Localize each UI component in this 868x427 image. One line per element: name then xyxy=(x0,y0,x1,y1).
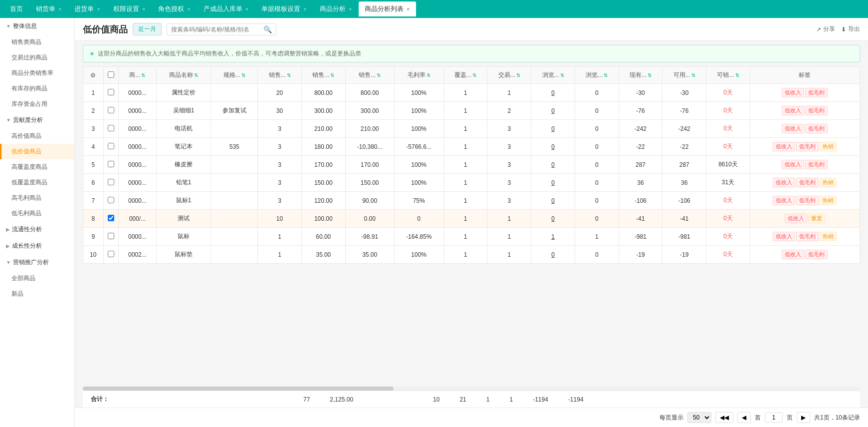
sidebar-section-flow[interactable]: ▶ 流通性分析 xyxy=(0,221,74,238)
row-checkbox[interactable] xyxy=(108,107,114,113)
cell-sales2: 120.00 xyxy=(301,192,345,210)
sidebar-item-low-value[interactable]: 低价值商品 xyxy=(0,144,74,159)
cell-code: 0000... xyxy=(118,228,156,246)
browse-link[interactable]: 0 xyxy=(551,179,555,186)
prev-page-button[interactable]: ◀ xyxy=(737,412,751,423)
cell-checkbox[interactable] xyxy=(103,228,118,246)
browse-link[interactable]: 1 xyxy=(551,233,555,240)
row-checkbox[interactable] xyxy=(108,197,114,203)
nav-close-goods-analysis[interactable]: × xyxy=(349,6,352,12)
row-checkbox[interactable] xyxy=(108,89,114,95)
sidebar-item-all-goods[interactable]: 全部商品 xyxy=(0,271,74,286)
table-container[interactable]: ⚙ 商...⇅ 商品名称⇅ 规格...⇅ 销售...⇅ 销售...⇅ 销售...… xyxy=(83,66,860,387)
cell-tags: 低收入重置 xyxy=(750,210,860,228)
cell-checkbox[interactable] xyxy=(103,84,118,102)
nav-purchase-order[interactable]: 进货单 × xyxy=(68,1,106,16)
export-button[interactable]: ⬇ 导出 xyxy=(841,25,860,33)
sidebar-item-stock-capital[interactable]: 库存资金占用 xyxy=(0,96,74,112)
cell-idx: 4 xyxy=(83,138,104,156)
sidebar-item-stock-goods[interactable]: 有库存的商品 xyxy=(0,81,74,96)
sidebar-item-sales-goods[interactable]: 销售类商品 xyxy=(0,34,74,50)
page-number-input[interactable] xyxy=(765,413,783,423)
nav-close-template[interactable]: × xyxy=(303,6,306,12)
nav-home[interactable]: 首页 xyxy=(4,1,29,16)
col-checkbox[interactable] xyxy=(103,67,118,84)
cell-checkbox[interactable] xyxy=(103,246,118,264)
browse-link[interactable]: 0 xyxy=(551,251,555,258)
row-checkbox[interactable] xyxy=(108,233,114,239)
nav-close-product-stock[interactable]: × xyxy=(245,6,248,12)
sidebar-item-traded-goods[interactable]: 交易过的商品 xyxy=(0,50,74,65)
sidebar-item-category-rate[interactable]: 商品分类销售率 xyxy=(0,65,74,81)
next-page-button[interactable]: ▶ xyxy=(797,412,810,423)
nav-close-sales-order[interactable]: × xyxy=(58,6,61,12)
cell-saleable-days: 31天 xyxy=(706,174,750,192)
cell-checkbox[interactable] xyxy=(103,102,118,120)
row-checkbox[interactable] xyxy=(108,161,114,167)
cell-browse2: 1 xyxy=(575,228,619,246)
cell-sales3: 170.00 xyxy=(345,156,394,174)
nav-goods-analysis-list[interactable]: 商品分析列表 × xyxy=(359,1,416,16)
cell-name: 笔记本 xyxy=(157,138,211,156)
row-checkbox[interactable] xyxy=(108,143,114,149)
row-checkbox[interactable] xyxy=(108,179,114,185)
horizontal-scrollbar[interactable] xyxy=(83,387,860,391)
sidebar-section-growth[interactable]: ▶ 成长性分析 xyxy=(0,238,74,254)
cell-sales2: 150.00 xyxy=(301,174,345,192)
filter-month-button[interactable]: 近一月 xyxy=(133,23,162,35)
table-row: 3 0000... 电话机 3 210.00 210.00 100% 1 3 0… xyxy=(83,120,860,138)
share-button[interactable]: ↗ 分享 xyxy=(816,25,835,33)
table-row: 9 0000... 鼠标 1 60.00 -98.91 -164.85% 1 1… xyxy=(83,228,860,246)
nav-close-role-auth[interactable]: × xyxy=(187,6,190,12)
gear-icon[interactable]: ⚙ xyxy=(90,72,96,79)
sidebar-item-low-margin[interactable]: 低毛利商品 xyxy=(0,206,74,221)
cell-sales1: 1 xyxy=(258,246,302,264)
cell-checkbox[interactable] xyxy=(103,138,118,156)
sidebar-section-contribution[interactable]: ▼ 贡献度分析 xyxy=(0,112,74,128)
per-page-select[interactable]: 50 xyxy=(687,412,711,423)
sidebar-section-overall[interactable]: ▼ 整体信息 xyxy=(0,18,74,34)
cell-checkbox[interactable] xyxy=(103,174,118,192)
sidebar-item-new-goods[interactable]: 新品 xyxy=(0,286,74,302)
cell-spec xyxy=(211,156,258,174)
cell-checkbox[interactable] xyxy=(103,156,118,174)
nav-product-stock[interactable]: 产成品入库单 × xyxy=(198,1,254,16)
cell-checkbox[interactable] xyxy=(103,120,118,138)
nav-sales-order[interactable]: 销货单 × xyxy=(30,1,67,16)
nav-role-auth[interactable]: 角色授权 × xyxy=(152,1,196,16)
scrollbar-thumb[interactable] xyxy=(83,387,394,391)
tag: 低收入 xyxy=(773,232,795,241)
cell-checkbox[interactable] xyxy=(103,192,118,210)
sidebar-section-marketing[interactable]: ▼ 营销推广分析 xyxy=(0,254,74,271)
nav-permissions[interactable]: 权限设置 × xyxy=(107,1,151,16)
row-checkbox[interactable] xyxy=(108,125,114,131)
search-icon[interactable]: 🔍 xyxy=(263,25,272,33)
cell-checkbox[interactable] xyxy=(103,210,118,228)
nav-close-permissions[interactable]: × xyxy=(142,6,145,12)
nav-template-settings[interactable]: 单据模板设置 × xyxy=(255,1,312,16)
cell-available: -22 xyxy=(662,138,706,156)
browse-link[interactable]: 0 xyxy=(551,161,555,168)
select-all-checkbox[interactable] xyxy=(108,71,114,78)
browse-link[interactable]: 0 xyxy=(551,125,555,132)
browse-link[interactable]: 0 xyxy=(551,143,555,150)
sidebar-item-high-margin[interactable]: 高毛利商品 xyxy=(0,190,74,206)
col-gear[interactable]: ⚙ xyxy=(83,67,104,84)
search-input[interactable] xyxy=(171,26,261,33)
cell-code: 0000... xyxy=(118,102,156,120)
row-checkbox[interactable] xyxy=(108,251,114,257)
nav-close-goods-list[interactable]: × xyxy=(407,6,410,12)
browse-link[interactable]: 0 xyxy=(551,107,555,114)
sidebar-item-high-value[interactable]: 高价值商品 xyxy=(0,128,74,144)
sidebar-item-high-coverage[interactable]: 高覆盖度商品 xyxy=(0,159,74,175)
first-page-button[interactable]: ◀◀ xyxy=(715,412,733,423)
cell-sales3: -10,380... xyxy=(345,138,394,156)
cell-trade: 1 xyxy=(487,210,531,228)
browse-link[interactable]: 0 xyxy=(551,197,555,204)
nav-close-purchase[interactable]: × xyxy=(97,6,100,12)
nav-goods-analysis[interactable]: 商品分析 × xyxy=(314,1,358,16)
sidebar-item-low-coverage[interactable]: 低覆盖度商品 xyxy=(0,175,74,190)
browse-link[interactable]: 0 xyxy=(551,215,555,222)
row-checkbox[interactable] xyxy=(108,215,114,221)
browse-link[interactable]: 0 xyxy=(551,89,555,96)
